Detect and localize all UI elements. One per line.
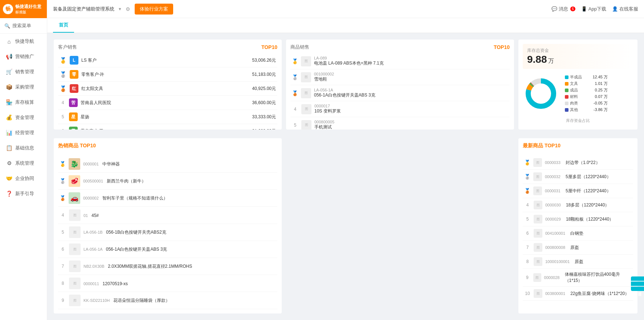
new-products-title: 最新商品 TOP10 xyxy=(523,143,561,149)
product-name: 5厘多层（1220*2440） xyxy=(566,174,611,180)
tab-home[interactable]: 首页 xyxy=(53,18,74,33)
quick-nav-icon: ⌂ xyxy=(6,38,12,45)
topbar: 装备及固定资产辅助管理系统 ▾ ⚙ 体验行业方案 💬 消息 6 📱 App下载 … xyxy=(47,0,644,18)
medal-icon: 🥈 xyxy=(60,71,67,78)
customer-top10-label: TOP10 xyxy=(261,44,277,50)
trial-button[interactable]: 体验行业方案 xyxy=(135,4,173,15)
legend-name: 肉类 xyxy=(570,100,588,106)
sidebar-item-marketing[interactable]: 📢 营销推广 xyxy=(0,49,47,64)
direct-button[interactable]: 直播 xyxy=(631,287,644,291)
product-name: 5厘中纤（1220*2440） xyxy=(566,188,611,194)
customer-amount: 40,925.00元 xyxy=(252,86,276,92)
online-service-button[interactable]: 👤 在线客服 xyxy=(612,6,638,12)
sidebar-item-basic-info-label: 基础信息 xyxy=(15,145,34,151)
legend-item: 半成品 12.45 万 xyxy=(565,74,608,80)
sidebar-item-quick-nav-label: 快捷导航 xyxy=(15,38,34,45)
sidebar-item-guide[interactable]: ❓ 新手引导 xyxy=(0,186,47,201)
sidebar-item-basic-info[interactable]: 📋 基础信息 xyxy=(0,140,47,156)
product-name: 智利车子里（规格不知道填什么） xyxy=(102,196,168,201)
customer-amount: 53,006.26元 xyxy=(252,57,276,63)
legend-value: 0.25 万 xyxy=(590,87,608,93)
product-name: 花语朵恒温分隔睡袋（厚款） xyxy=(113,298,170,303)
sidebar-item-inventory[interactable]: 🏪 库存核算 xyxy=(0,95,47,110)
rank-number: 4 xyxy=(292,107,298,112)
table-row: 🥇 图 0000033 封边带（1.0*22） xyxy=(523,156,633,170)
customer-name: 星扬 xyxy=(81,114,249,120)
sidebar-item-operation[interactable]: 📊 经营管理 xyxy=(0,125,47,140)
product-image: 图 xyxy=(534,243,542,252)
legend-list: 半成品 12.45 万 文具 1.01 万 成品 0.25 万 xyxy=(565,73,608,114)
product-name: 45# xyxy=(91,213,99,218)
sidebar-search[interactable]: 🔍 搜索菜单 xyxy=(0,18,47,34)
product-image: 图 xyxy=(69,260,81,272)
product-name: 12070519-xs xyxy=(103,281,128,286)
inventory-amount-display: 9.88 万 xyxy=(527,54,629,65)
product-code: 0000031 xyxy=(545,189,563,193)
table-row: 5 图 0000029 18颗粒板（1220*2440） xyxy=(523,212,633,226)
product-code: 0000030 xyxy=(545,203,563,207)
rank-number: 10 xyxy=(524,291,531,296)
product-image: 图 xyxy=(301,56,311,66)
product-code: 004100001 xyxy=(545,231,567,235)
legend-value: 0.07 万 xyxy=(590,94,608,99)
table-row: 5 图 LA-056-1B 056-1B白色按键开关壳ABS2克 xyxy=(58,224,277,241)
product-code: KK-SD22110H xyxy=(83,298,112,303)
product-code: 0000032 xyxy=(545,175,563,179)
gear-icon[interactable]: ⚙ xyxy=(126,6,130,12)
sidebar-item-sales[interactable]: 🛒 销售管理 xyxy=(0,64,47,79)
medal-icon: 🥈 xyxy=(60,178,66,184)
tab-bar: 首页 xyxy=(47,18,644,33)
rank-number: 5 xyxy=(292,123,298,128)
hot-products-header: 热销商品 TOP10 xyxy=(58,143,277,153)
legend-dot xyxy=(565,75,568,79)
legend-name: 半成品 xyxy=(570,74,588,80)
finance-icon: 💰 xyxy=(6,114,12,121)
new-products-header: 最新商品 TOP10 xyxy=(523,143,633,153)
table-row: 7 图 NB2.0X30B 2.0X30MM双搓花轴,搓花直径2.1MM/ROH… xyxy=(58,258,277,275)
table-row: 4 苦 苦南县人民医院 36,600.00元 xyxy=(58,96,277,110)
rank-number: 9 xyxy=(524,275,530,280)
product-info: LA-056-1A 056-1A白色按键开关盖ABS 3克 xyxy=(314,88,508,98)
product-name: 18多层（1220*2440） xyxy=(566,202,609,208)
inventory-top: 库存总资金 9.88 万 xyxy=(523,44,633,69)
table-row: 4 图 0000017 10S 变料罗浆 xyxy=(290,101,510,117)
product-image: 图 xyxy=(301,72,311,82)
product-code: 0000033 xyxy=(545,160,563,165)
sidebar-item-finance[interactable]: 💰 资金管理 xyxy=(0,110,47,125)
app-download-button[interactable]: 📱 App下载 xyxy=(581,6,606,12)
legend-item: 其他 -3.86 万 xyxy=(565,107,608,112)
product-code: 003800001 xyxy=(545,291,567,296)
legend-item: 文具 1.01 万 xyxy=(565,81,608,86)
customer-service-button[interactable]: 客服热线 xyxy=(631,276,644,281)
donut-chart-container: 半成品 12.45 万 文具 1.01 万 成品 0.25 万 xyxy=(523,73,633,114)
inventory-amount: 9.88 xyxy=(527,54,547,65)
product-code: NB2.0X30B xyxy=(83,264,107,268)
product-image: 图 xyxy=(69,209,81,221)
legend-value: 1.01 万 xyxy=(590,81,608,86)
service-community-button[interactable]: 服务社区 xyxy=(631,282,644,286)
dropdown-arrow-icon[interactable]: ▾ xyxy=(119,6,121,12)
product-info: 0000017 10S 变料罗浆 xyxy=(314,104,508,114)
rank-number: 8 xyxy=(60,281,66,286)
message-button[interactable]: 💬 消息 6 xyxy=(551,6,575,12)
customer-name: LS 客户 xyxy=(81,57,249,63)
product-code: 0000017 xyxy=(314,104,508,108)
product-image: 图 xyxy=(534,289,542,298)
sidebar-item-quick-nav[interactable]: ⌂ 快捷导航 xyxy=(0,34,47,49)
sidebar-item-system[interactable]: ⚙ 系统管理 xyxy=(0,156,47,171)
table-row: 9 图 KK-SD22110H 花语朵恒温分隔睡袋（厚款） xyxy=(58,292,277,309)
online-service-label: 在线客服 xyxy=(619,6,638,12)
search-menu-button[interactable]: 🔍 搜索菜单 xyxy=(3,21,44,30)
product-image: 图 xyxy=(69,243,81,255)
sidebar-item-enterprise[interactable]: 🤝 企业协同 xyxy=(0,171,47,186)
rank-number: 5 xyxy=(60,114,66,119)
purchase-icon: 📦 xyxy=(6,84,12,90)
medal-icon: 🥇 xyxy=(60,161,66,167)
sidebar-item-purchase[interactable]: 📦 采购管理 xyxy=(0,79,47,95)
avatar: 红 xyxy=(70,84,78,93)
inventory-icon: 🏪 xyxy=(6,99,12,106)
product-section-title: 商品销售 xyxy=(290,44,309,50)
customer-amount: 33,333.00元 xyxy=(252,114,276,120)
table-row: 6 零 零售客户·于 21,680.00元 xyxy=(58,124,277,130)
product-code: LA-056-1A xyxy=(314,88,508,92)
